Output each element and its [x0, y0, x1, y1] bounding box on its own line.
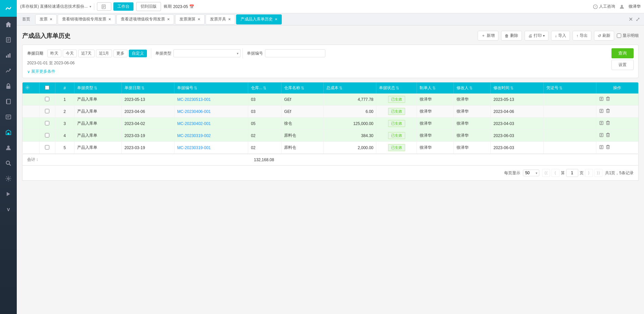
import-button[interactable]: ↓ 导入	[551, 31, 570, 41]
sidebar-item-chart[interactable]	[0, 48, 17, 63]
workspace-button[interactable]: 工作台	[113, 2, 133, 11]
row-delete-icon[interactable]	[606, 133, 610, 138]
row-code-link[interactable]: MC-20230402-001	[177, 121, 211, 126]
last-page-btn[interactable]: ⟩⟩	[594, 169, 602, 177]
row-checkbox[interactable]	[45, 145, 49, 149]
row-edit-icon[interactable]	[599, 97, 604, 102]
first-page-btn[interactable]: ⟨⟨	[542, 169, 550, 177]
tab-home[interactable]: 首页	[18, 14, 34, 24]
row-code-link[interactable]: MC-20230513-001	[177, 97, 211, 102]
quick-custom[interactable]: 自定义	[129, 50, 147, 57]
col-warehouse-code[interactable]: 仓库...⇅	[248, 82, 281, 93]
col-status[interactable]: 单据状态⇅	[376, 82, 417, 93]
row-code[interactable]: MC-20230406-001	[174, 106, 248, 118]
sort-code-icon[interactable]: ⇅	[194, 86, 197, 90]
refresh-button[interactable]: ↺ 刷新	[594, 31, 614, 41]
row-edit-icon[interactable]	[599, 121, 604, 126]
tab-invoice-close[interactable]: ✕	[50, 17, 52, 21]
period-calendar-icon[interactable]: 📅	[189, 4, 194, 9]
tab-invoice-calc[interactable]: 发票测算 ✕	[175, 14, 205, 24]
expand-btn[interactable]: ∨ 展开更多条件	[27, 69, 607, 74]
row-edit-icon[interactable]	[599, 145, 604, 150]
quick-7days[interactable]: 近7天	[78, 50, 95, 57]
row-code[interactable]: MC-20230513-001	[174, 93, 248, 106]
col-mod-time[interactable]: 修改时间⇅	[491, 82, 543, 93]
quick-yesterday[interactable]: 昨天	[47, 50, 61, 57]
tab-invoice-open-close[interactable]: ✕	[228, 17, 231, 21]
sort-status-icon[interactable]: ⇅	[396, 86, 399, 90]
new-button[interactable]: ＋ 新增	[478, 31, 498, 41]
next-page-btn[interactable]: ⟩	[585, 169, 593, 177]
row-checkbox[interactable]	[45, 97, 49, 101]
sort-type-icon[interactable]: ⇅	[94, 86, 97, 90]
row-checkbox-cell[interactable]	[39, 106, 55, 118]
quick-more[interactable]: 更多	[113, 50, 127, 57]
select-all-checkbox[interactable]	[45, 85, 49, 90]
per-page-select[interactable]: 20 50 100	[523, 170, 539, 176]
row-checkbox-cell[interactable]	[39, 142, 55, 154]
tab-check-sales[interactable]: 查看销项增值税专用发票 ✕	[58, 14, 115, 24]
sort-creator-icon[interactable]: ⇅	[432, 86, 436, 90]
col-code[interactable]: 单据编号⇅	[174, 82, 248, 93]
row-checkbox-cell[interactable]	[39, 118, 55, 130]
sidebar-item-warehouse[interactable]	[0, 125, 17, 140]
query-button[interactable]: 查询	[611, 48, 634, 58]
tab-check-sales-close[interactable]: ✕	[108, 17, 111, 21]
sort-voucher-icon[interactable]: ⇅	[559, 86, 562, 90]
tab-product-history-close[interactable]: ✕	[275, 17, 277, 21]
col-modifier[interactable]: 修改人⇅	[454, 82, 491, 93]
switch-button[interactable]: 切到旧版	[136, 2, 161, 11]
col-creator[interactable]: 制单人⇅	[417, 82, 454, 93]
row-checkbox-cell[interactable]	[39, 130, 55, 142]
sort-whname-icon[interactable]: ⇅	[301, 86, 304, 90]
sidebar-item-lock[interactable]	[0, 78, 17, 94]
sidebar-item-person[interactable]	[0, 140, 17, 155]
row-code[interactable]: MC-20230402-001	[174, 118, 248, 130]
tab-invoice[interactable]: 发票 ✕	[35, 14, 57, 24]
row-code[interactable]: MC-20230319-001	[174, 142, 248, 154]
quick-today[interactable]: 今天	[63, 50, 77, 57]
row-checkbox[interactable]	[45, 133, 49, 137]
col-type[interactable]: 单据类型⇅	[74, 82, 121, 93]
type-select[interactable]: 产品入库单	[173, 49, 240, 57]
sidebar-item-book[interactable]	[0, 94, 17, 109]
page-input[interactable]	[566, 169, 578, 177]
tabbar-close-icon[interactable]: ✕	[629, 16, 633, 22]
tabbar-fullscreen-icon[interactable]: ⤢	[636, 16, 640, 22]
row-code-link[interactable]: MC-20230319-001	[177, 145, 211, 150]
row-delete-icon[interactable]	[606, 121, 610, 126]
tab-invoice-open[interactable]: 发票开具 ✕	[206, 14, 235, 24]
show-columns-checkbox[interactable]	[617, 34, 621, 38]
col-total[interactable]: 总成本⇅	[324, 82, 376, 93]
sidebar-item-version[interactable]: V	[0, 202, 17, 217]
tab-invoice-calc-close[interactable]: ✕	[198, 17, 200, 21]
sidebar-item-stamp[interactable]	[0, 109, 17, 125]
row-edit-icon[interactable]	[599, 133, 604, 138]
quick-1month[interactable]: 近1月	[96, 50, 112, 57]
doc-button[interactable]	[97, 2, 111, 11]
sidebar-item-analytics[interactable]	[0, 63, 17, 78]
export-button[interactable]: ↑ 导出	[573, 31, 591, 41]
company-selector[interactable]: (库存核算) 直播轻速通信息技术股份... ▾	[20, 4, 91, 9]
sidebar-item-home[interactable]	[0, 17, 17, 32]
row-edit-icon[interactable]	[599, 109, 604, 114]
sidebar-item-doc[interactable]	[0, 32, 17, 48]
sidebar-item-video[interactable]	[0, 186, 17, 202]
tab-check-purchase[interactable]: 查看进项增值税专用发票 ✕	[116, 14, 174, 24]
col-settings[interactable]	[22, 82, 39, 93]
row-checkbox[interactable]	[45, 109, 49, 113]
tab-product-history[interactable]: 产成品入库单历史 ✕	[236, 14, 282, 24]
row-delete-icon[interactable]	[606, 97, 610, 102]
sort-modtime-icon[interactable]: ⇅	[510, 86, 514, 90]
col-warehouse-name[interactable]: 仓库名称⇅	[281, 82, 324, 93]
sort-wh-icon[interactable]: ⇅	[263, 86, 266, 90]
set-button[interactable]: 设置	[611, 60, 634, 70]
sidebar-item-search[interactable]	[0, 155, 17, 171]
sort-total-icon[interactable]: ⇅	[339, 86, 342, 90]
assist-btn[interactable]: ? 人工咨询	[593, 4, 615, 9]
code-filter-input[interactable]	[265, 49, 325, 57]
row-code-link[interactable]: MC-20230406-001	[177, 109, 211, 114]
print-button[interactable]: 🖨 打印 ▾	[525, 31, 548, 41]
company-dropdown-icon[interactable]: ▾	[90, 5, 91, 8]
user-avatar[interactable]	[619, 4, 625, 9]
